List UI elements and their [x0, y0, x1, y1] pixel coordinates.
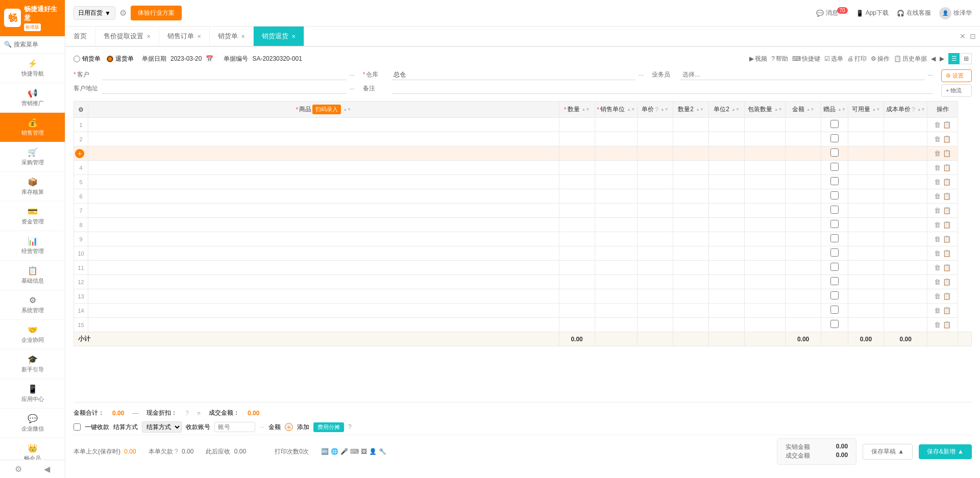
cost-price-cell[interactable]	[884, 261, 927, 275]
tool-icon-3[interactable]: 🎤	[340, 448, 348, 455]
amount-cell[interactable]	[786, 118, 821, 132]
sidebar-item-shortcut[interactable]: ⚡ 快捷导航	[0, 54, 65, 83]
delete-icon[interactable]: 🗑	[934, 149, 941, 157]
unit2-cell[interactable]	[709, 289, 745, 304]
quantity-cell[interactable]	[559, 318, 595, 332]
salesman-input[interactable]	[680, 69, 925, 80]
delete-icon[interactable]: 🗑	[934, 264, 941, 271]
add-payment-btn[interactable]: +	[285, 423, 293, 431]
available-cell[interactable]	[848, 132, 884, 146]
cost-price-cell[interactable]	[884, 118, 927, 132]
pack-qty-cell[interactable]	[745, 118, 786, 132]
sidebar-collapse-btn[interactable]: ◀	[44, 464, 50, 474]
gift-checkbox[interactable]	[830, 320, 839, 328]
close-all-icon[interactable]: ✕	[960, 32, 966, 40]
qty2-cell[interactable]	[673, 118, 709, 132]
amount-cell[interactable]	[786, 232, 821, 246]
amount-cell[interactable]	[786, 275, 821, 289]
pack-qty-cell[interactable]	[745, 189, 786, 204]
quantity-cell[interactable]	[559, 218, 595, 232]
delete-icon[interactable]: 🗑	[934, 178, 941, 186]
gift-checkbox[interactable]	[830, 206, 839, 214]
unit-price-cell[interactable]	[638, 175, 673, 189]
product-input[interactable]	[89, 249, 558, 257]
quantity-cell[interactable]	[559, 304, 595, 318]
product-input[interactable]	[89, 278, 558, 286]
tab-sales-return[interactable]: 销货退货 ✕	[254, 27, 304, 46]
quantity-cell[interactable]	[559, 289, 595, 304]
delete-icon[interactable]: 🗑	[934, 207, 941, 214]
sort-icon[interactable]: ▲▼	[696, 107, 704, 112]
gift-cell[interactable]	[821, 118, 848, 132]
available-cell[interactable]	[848, 246, 884, 261]
pack-qty-cell[interactable]	[745, 161, 786, 175]
unit-price-cell[interactable]	[638, 261, 673, 275]
sort-icon[interactable]: ▲▼	[627, 107, 635, 112]
tool-icon-4[interactable]: ⌨	[350, 448, 359, 455]
gift-cell[interactable]	[821, 246, 848, 261]
copy-icon[interactable]: 📋	[943, 149, 951, 157]
unit2-cell[interactable]	[709, 218, 745, 232]
copy-icon[interactable]: 📋	[943, 249, 951, 257]
gift-cell[interactable]	[821, 232, 848, 246]
select-btn[interactable]: ☑ 选单	[824, 55, 843, 63]
radio-sales-input[interactable]	[74, 56, 80, 62]
pack-qty-cell[interactable]	[745, 146, 786, 161]
copy-icon[interactable]: 📋	[943, 235, 951, 243]
cost-price-cell[interactable]	[884, 246, 927, 261]
unit2-cell[interactable]	[709, 189, 745, 204]
qty2-cell[interactable]	[673, 218, 709, 232]
pack-qty-cell[interactable]	[745, 304, 786, 318]
unit2-cell[interactable]	[709, 175, 745, 189]
available-cell[interactable]	[848, 318, 884, 332]
gift-checkbox[interactable]	[830, 191, 839, 199]
app-download-btn[interactable]: 📱 App下载	[856, 9, 889, 17]
delete-icon[interactable]: 🗑	[934, 135, 941, 143]
pack-qty-cell[interactable]	[745, 318, 786, 332]
sales-unit-cell[interactable]	[595, 289, 638, 304]
delete-icon[interactable]: 🗑	[934, 235, 941, 243]
account-dots[interactable]: ···	[259, 423, 264, 431]
product-cell[interactable]	[88, 318, 559, 332]
quantity-cell[interactable]	[559, 246, 595, 261]
available-cell[interactable]	[848, 175, 884, 189]
cost-price-cell[interactable]	[884, 189, 927, 204]
product-input[interactable]	[89, 307, 558, 314]
product-cell[interactable]	[88, 175, 559, 189]
operate-btn[interactable]: ⚙ 操作	[871, 55, 890, 63]
salesman-dots[interactable]: ···	[928, 71, 933, 79]
product-cell[interactable]	[88, 289, 559, 304]
sidebar-item-purchase[interactable]: 🛒 采购管理	[0, 142, 65, 172]
amount-cell[interactable]	[786, 218, 821, 232]
quantity-cell[interactable]	[559, 275, 595, 289]
pack-qty-cell[interactable]	[745, 289, 786, 304]
copy-icon[interactable]: 📋	[943, 164, 951, 171]
unit2-cell[interactable]	[709, 246, 745, 261]
product-input[interactable]	[89, 264, 558, 271]
available-cell[interactable]	[848, 261, 884, 275]
radio-return[interactable]: 退货单	[107, 55, 134, 63]
print-btn[interactable]: 🖨 打印	[847, 55, 867, 63]
unit-price-cell[interactable]	[638, 232, 673, 246]
product-cell[interactable]	[88, 189, 559, 204]
amount-cell[interactable]	[786, 246, 821, 261]
grid-view-btn[interactable]: ☰	[948, 53, 960, 64]
copy-icon[interactable]: 📋	[943, 178, 951, 186]
product-cell[interactable]	[88, 246, 559, 261]
available-cell[interactable]	[848, 275, 884, 289]
product-input[interactable]	[89, 207, 558, 214]
copy-icon[interactable]: 📋	[943, 192, 951, 200]
quantity-cell[interactable]	[559, 118, 595, 132]
unit-price-cell[interactable]	[638, 146, 673, 161]
radio-sales[interactable]: 销货单	[74, 55, 101, 63]
cost-price-cell[interactable]	[884, 175, 927, 189]
qty2-cell[interactable]	[673, 132, 709, 146]
unit-price-cell[interactable]	[638, 189, 673, 204]
tool-icon-7[interactable]: 🔧	[379, 448, 386, 455]
sales-unit-cell[interactable]	[595, 118, 638, 132]
copy-icon[interactable]: 📋	[943, 121, 951, 129]
unit-price-cell[interactable]	[638, 118, 673, 132]
product-cell[interactable]	[88, 261, 559, 275]
product-input[interactable]	[89, 221, 558, 229]
product-input[interactable]	[89, 178, 558, 186]
